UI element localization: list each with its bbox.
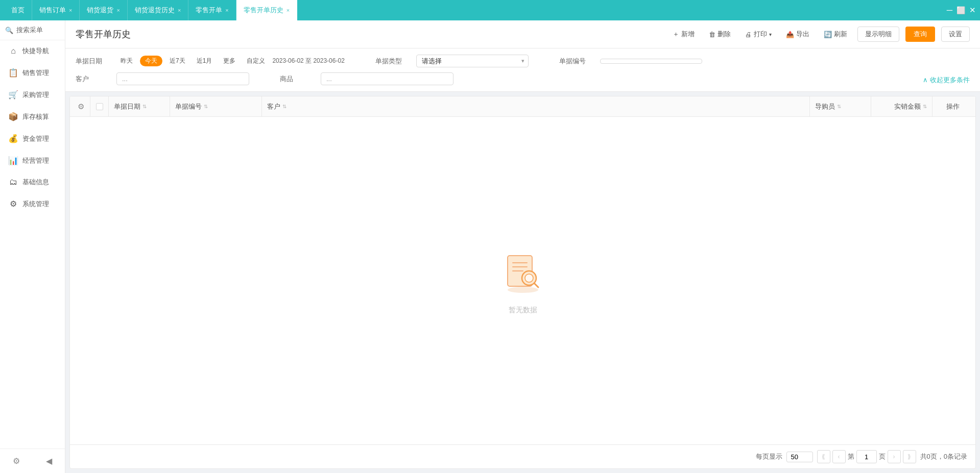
basic-info-icon: 🗂 [8,178,18,187]
sidebar-settings-btn[interactable]: ⚙ [11,454,22,468]
th-billno[interactable]: 单据编号 ⇅ [170,96,262,116]
tab-sales-return[interactable]: 销货退货 × [80,0,127,20]
th-customer[interactable]: 客户 ⇅ [262,96,810,116]
query-button[interactable]: 查询 [905,27,935,42]
sidebar-search[interactable]: 🔍 搜索采单 [0,20,65,40]
tab-sales-order-close[interactable]: × [69,7,72,13]
per-page-select[interactable]: 20 50 100 [786,452,813,462]
date-btn-1month[interactable]: 近1月 [193,56,217,66]
sidebar-item-purchase-mgmt-label: 采购管理 [22,90,49,99]
sidebar-item-ops-mgmt-label: 经营管理 [22,156,49,165]
tab-home[interactable]: 首页 [4,0,32,20]
select-all-checkbox[interactable] [96,103,103,110]
th-guide[interactable]: 导购员 ⇅ [810,96,871,116]
goods-input[interactable]: ... [321,72,453,85]
collapse-label: 收起更多条件 [930,76,970,85]
sidebar-item-inventory[interactable]: 📦 库存核算 [0,106,65,128]
tab-retail-open[interactable]: 零售开单 × [188,0,236,20]
sys-icon: ⚙ [8,199,18,209]
page-last-btn[interactable]: ⟫ [903,450,916,463]
tab-retail-open-close[interactable]: × [225,7,228,13]
collapse-button[interactable]: ∧ 收起更多条件 [923,76,970,85]
th-amount-sort-icon: ⇅ [923,104,927,109]
add-button[interactable]: ＋ 新增 [668,28,699,41]
minimize-btn[interactable]: ─ [947,6,952,15]
tab-sales-return-close[interactable]: × [116,7,119,13]
sidebar-item-ops-mgmt[interactable]: 📊 经营管理 [0,150,65,171]
table-header: ⚙ 单据日期 ⇅ 单据编号 ⇅ 客户 ⇅ 导购员 [70,96,975,117]
toolbar: ＋ 新增 🗑 删除 🖨 打印 ▾ 📤 导出 🔄 [668,27,970,42]
finance-icon: 💰 [8,134,18,143]
sidebar-item-basic-info[interactable]: 🗂 基础信息 [0,171,65,193]
refresh-button[interactable]: 🔄 刷新 [820,28,851,41]
pagination: 每页显示 20 50 100 ⟪ ‹ 第 页 › ⟫ [70,444,975,468]
bill-type-select[interactable]: 请选择 [416,55,529,67]
th-settings[interactable]: ⚙ [72,96,90,116]
svg-point-7 [525,274,533,282]
th-customer-sort-icon: ⇅ [282,104,286,109]
bill-no-input[interactable] [600,59,702,64]
query-label: 查询 [914,30,927,39]
print-button[interactable]: 🖨 打印 ▾ [741,28,776,41]
close-btn[interactable]: ✕ [969,6,976,15]
goods-label: 商品 [280,74,310,84]
tab-retail-open-history[interactable]: 零售开单历史 × [236,0,297,20]
page-header: 零售开单历史 ＋ 新增 🗑 删除 🖨 打印 ▾ 📤 导出 [65,20,980,48]
sidebar-item-finance-label: 资金管理 [22,134,49,143]
sidebar-item-basic-info-label: 基础信息 [22,178,49,187]
export-button[interactable]: 📤 导出 [782,28,814,41]
column-settings-icon[interactable]: ⚙ [78,102,84,111]
per-page-label: 每页显示 [756,452,782,461]
date-range-display: 2023-06-02 至 2023-06-02 [272,57,344,65]
page-title: 零售开单历史 [76,28,131,40]
per-page-select-wrap: 20 50 100 [786,452,813,462]
th-date-sort-icon: ⇅ [142,104,147,109]
sidebar-bottom: ⚙ ◀ [0,449,65,473]
inventory-icon: 📦 [8,112,18,121]
display-cols-button[interactable]: 显示明细 [857,27,899,42]
sidebar-item-finance[interactable]: 💰 资金管理 [0,128,65,150]
page-prev-btn[interactable]: ‹ [832,450,846,463]
page-next-btn[interactable]: › [888,450,901,463]
date-btn-more[interactable]: 更多 [219,56,240,66]
tab-retail-open-history-close[interactable]: × [286,7,290,13]
sidebar-item-purchase-mgmt[interactable]: 🛒 采购管理 [0,84,65,106]
tab-home-label: 首页 [11,6,25,15]
sidebar-collapse-btn[interactable]: ◀ [44,454,54,468]
th-amount[interactable]: 实销金额 ⇅ [871,96,933,116]
tab-sales-return-label: 销货退货 [87,6,113,15]
date-btn-7days[interactable]: 近7天 [165,56,189,66]
th-guide-label: 导购员 [815,102,835,111]
tab-sales-return-history-close[interactable]: × [178,7,181,13]
ops-icon: 📊 [8,156,18,165]
refresh-icon: 🔄 [824,31,832,38]
th-date-label: 单据日期 [114,102,140,111]
date-btn-today[interactable]: 今天 [140,56,162,66]
sidebar-item-sys-mgmt[interactable]: ⚙ 系统管理 [0,193,65,215]
purchase-icon: 🛒 [8,90,18,99]
page-number-input[interactable] [856,450,877,463]
th-date[interactable]: 单据日期 ⇅ [109,96,170,116]
bill-type-label: 单据类型 [375,57,406,66]
customer-input[interactable]: ... [116,72,249,85]
window-controls: ─ ⬜ ✕ [947,6,976,15]
tab-sales-return-history-label: 销货退货历史 [135,6,175,15]
sidebar-item-quick-nav-label: 快捷导航 [22,46,49,56]
th-amount-label: 实销金额 [894,102,921,111]
settings-button[interactable]: 设置 [941,27,970,42]
date-btn-yesterday[interactable]: 昨天 [116,56,137,66]
content-area: 零售开单历史 ＋ 新增 🗑 删除 🖨 打印 ▾ 📤 导出 [65,20,980,473]
th-checkbox[interactable] [90,96,109,116]
date-btn-custom[interactable]: 自定义 [243,56,269,66]
page-word: 第 [848,452,854,461]
page-first-btn[interactable]: ⟪ [817,450,830,463]
tab-sales-order[interactable]: 销售订单 × [32,0,80,20]
sidebar-item-sales-mgmt[interactable]: 📋 销售管理 [0,62,65,84]
sidebar-search-label: 搜索采单 [16,26,43,35]
restore-btn[interactable]: ⬜ [957,6,965,14]
sidebar-item-quick-nav[interactable]: ⌂ 快捷导航 [0,40,65,62]
th-customer-label: 客户 [267,102,280,111]
delete-button[interactable]: 🗑 删除 [705,28,735,41]
tab-sales-return-history[interactable]: 销货退货历史 × [128,0,188,20]
sidebar-item-sys-mgmt-label: 系统管理 [22,200,49,209]
